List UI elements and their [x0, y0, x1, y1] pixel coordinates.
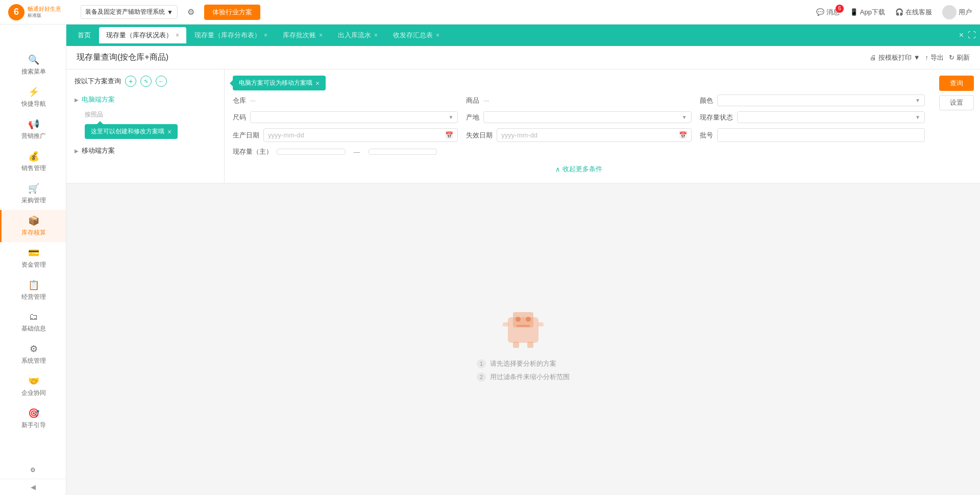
- sidebar: 🔍 搜索菜单 ⚡ 快捷导航 📢 营销推广 💰 销售管理 🛒 采购管理 📦: [0, 25, 66, 495]
- tab-close-batch-account[interactable]: ×: [319, 32, 323, 38]
- filter-row-2: 尺码 ▼ 产地 ▼: [233, 111, 925, 123]
- sidebar-item-system[interactable]: ⚙ 系统管理: [0, 338, 66, 370]
- tooltip1-close-icon[interactable]: ×: [315, 79, 320, 87]
- tab-close-all-icon[interactable]: ×: [959, 31, 964, 40]
- operations-icon: 📋: [28, 279, 39, 291]
- sidebar-item-search[interactable]: 🔍 搜索菜单: [0, 49, 66, 81]
- expire-date-input[interactable]: yyyy-mm-dd 📅: [497, 128, 691, 142]
- tab-batch-account[interactable]: 库存批次账 ×: [276, 27, 330, 43]
- avatar: [942, 5, 957, 19]
- tab-bar: 首页 现存量（库存状况表） × 现存量（库存分布表） × 库存批次账 × 出入库…: [66, 25, 980, 46]
- goods-dots[interactable]: ···: [483, 97, 691, 104]
- notifications-button[interactable]: 💬 消息 6: [816, 8, 840, 17]
- logo-icon: 6: [8, 4, 24, 20]
- color-selector[interactable]: ▼: [717, 95, 925, 106]
- filter-main: 电脑方案可设为移动方案哦 × 仓库 ···: [225, 69, 933, 183]
- sidebar-item-operations[interactable]: 📋 经营管理: [0, 274, 66, 307]
- filter-row-4: 现存量（主） —: [233, 147, 925, 156]
- search-icon: 🔍: [28, 54, 39, 65]
- refresh-icon: ↻: [949, 54, 954, 61]
- add-scheme-button[interactable]: +: [125, 76, 136, 87]
- stock-status-caret-icon: ▼: [915, 114, 920, 120]
- sidebar-item-inventory[interactable]: 📦 库存核算: [0, 210, 66, 242]
- page-actions: 🖨 按模板打印 ▼ ↑ 导出 ↻ 刷新: [870, 53, 970, 62]
- tab-close-inventory-status[interactable]: ×: [176, 32, 179, 38]
- chevron-up-icon: ∧: [555, 166, 560, 173]
- export-button[interactable]: ↑ 导出: [925, 53, 944, 62]
- tooltip-scheme-edit: 这里可以创建和修改方案哦 ×: [85, 124, 178, 139]
- app-download-button[interactable]: 📱 App下载: [850, 8, 885, 17]
- sidebar-item-basic-info[interactable]: 🗂 基础信息: [0, 307, 66, 338]
- sidebar-collapse-button[interactable]: ◀: [0, 479, 66, 495]
- size-caret-icon: ▼: [448, 114, 453, 120]
- tooltip2-close-icon[interactable]: ×: [167, 128, 172, 136]
- query-button[interactable]: 查询: [939, 76, 974, 91]
- industry-button[interactable]: 体验行业方案: [204, 5, 260, 20]
- svg-point-3: [526, 317, 531, 322]
- warehouse-dots[interactable]: ···: [250, 97, 458, 104]
- filter-row-3: 生产日期 yyyy-mm-dd 📅 失效日期 yyyy-mm-dd: [233, 128, 925, 142]
- filter-label: 按以下方案查询: [75, 77, 121, 86]
- fullscreen-icon[interactable]: ⛶: [968, 31, 976, 40]
- stock-status-selector[interactable]: ▼: [737, 111, 925, 123]
- sidebar-item-capital[interactable]: 💳 资金管理: [0, 242, 66, 274]
- basic-info-icon: 🗂: [29, 312, 38, 322]
- user-menu[interactable]: 用户: [942, 5, 972, 19]
- tab-inventory-status[interactable]: 现存量（库存状况表） ×: [99, 27, 186, 43]
- scheme-panel: 按以下方案查询 + ✎ ← ▶ 电脑端方案 按照品: [66, 69, 225, 183]
- tab-close-inventory-dist[interactable]: ×: [264, 32, 267, 38]
- tab-close-collect-send[interactable]: ×: [436, 32, 439, 38]
- sidebar-item-guide[interactable]: 🎯 新手引导: [0, 403, 66, 435]
- sidebar-item-purchase[interactable]: 🛒 采购管理: [0, 178, 66, 210]
- refresh-button[interactable]: ↻ 刷新: [949, 53, 970, 62]
- sidebar-settings-button[interactable]: ⚙: [0, 461, 66, 479]
- svg-point-2: [516, 317, 521, 322]
- print-icon: 🖨: [870, 54, 876, 61]
- export-icon: ↑: [925, 54, 929, 61]
- color-caret-icon: ▼: [915, 98, 920, 103]
- calendar-icon-expire: 📅: [679, 131, 687, 139]
- page-header: 现存量查询(按仓库+商品) 🖨 按模板打印 ▼ ↑ 导出 ↻ 刷新: [66, 46, 980, 69]
- collapse-filter-button[interactable]: ∧ 收起更多条件: [233, 161, 925, 177]
- scheme-desktop[interactable]: ▶ 电脑端方案: [66, 92, 224, 107]
- marketing-icon: 📢: [28, 119, 39, 130]
- tab-home[interactable]: 首页: [70, 27, 98, 43]
- svg-rect-7: [513, 342, 519, 348]
- notification-badge: 6: [836, 5, 844, 13]
- collapse-arrow-icon: ◀: [31, 483, 36, 491]
- logo-badge: 标准版: [28, 12, 61, 19]
- sidebar-item-marketing[interactable]: 📢 营销推广: [0, 113, 66, 146]
- origin-selector[interactable]: ▼: [483, 111, 691, 123]
- tab-inventory-dist[interactable]: 现存量（库存分布表） ×: [187, 27, 275, 43]
- calendar-icon-produce: 📅: [445, 131, 453, 139]
- tree-expand-mobile-icon: ▶: [75, 148, 79, 154]
- enterprise-icon: 🤝: [28, 375, 39, 387]
- back-scheme-button[interactable]: ←: [156, 76, 167, 87]
- tab-in-out-flow[interactable]: 出入库流水 ×: [331, 27, 385, 43]
- guide-icon: 🎯: [28, 408, 39, 419]
- sidebar-item-enterprise[interactable]: 🤝 企业协同: [0, 370, 66, 403]
- tab-collect-send[interactable]: 收发存汇总表 ×: [386, 27, 447, 43]
- edit-scheme-button[interactable]: ✎: [140, 76, 152, 87]
- produce-date-input[interactable]: yyyy-mm-dd 📅: [263, 128, 458, 142]
- scheme-desktop-child[interactable]: 按照品: [66, 107, 224, 122]
- reset-button[interactable]: 设置: [939, 95, 974, 110]
- stock-main-start[interactable]: [277, 149, 346, 155]
- sidebar-gear-icon: ⚙: [30, 466, 36, 474]
- filter-row-1: 仓库 ··· 商品 ···: [233, 95, 925, 106]
- online-support-button[interactable]: 🎧 在线客服: [895, 8, 932, 17]
- size-selector[interactable]: ▼: [250, 111, 458, 123]
- svg-rect-8: [527, 342, 533, 348]
- system-selector[interactable]: 装备及固定资产辅助管理系统 ▼: [81, 5, 178, 19]
- sidebar-item-sales[interactable]: 💰 销售管理: [0, 146, 66, 178]
- tree-expand-icon: ▶: [75, 97, 79, 103]
- settings-icon[interactable]: ⚙: [184, 5, 198, 19]
- logo-area: 6 畅通好好生意 标准版: [8, 4, 75, 20]
- batch-input[interactable]: [717, 128, 925, 142]
- stock-main-end[interactable]: [369, 149, 437, 155]
- sidebar-item-quick-nav[interactable]: ⚡ 快捷导航: [0, 81, 66, 113]
- tab-close-in-out-flow[interactable]: ×: [374, 32, 378, 38]
- origin-caret-icon: ▼: [682, 114, 687, 120]
- scheme-mobile[interactable]: ▶ 移动端方案: [66, 143, 224, 158]
- print-button[interactable]: 🖨 按模板打印 ▼: [870, 53, 920, 62]
